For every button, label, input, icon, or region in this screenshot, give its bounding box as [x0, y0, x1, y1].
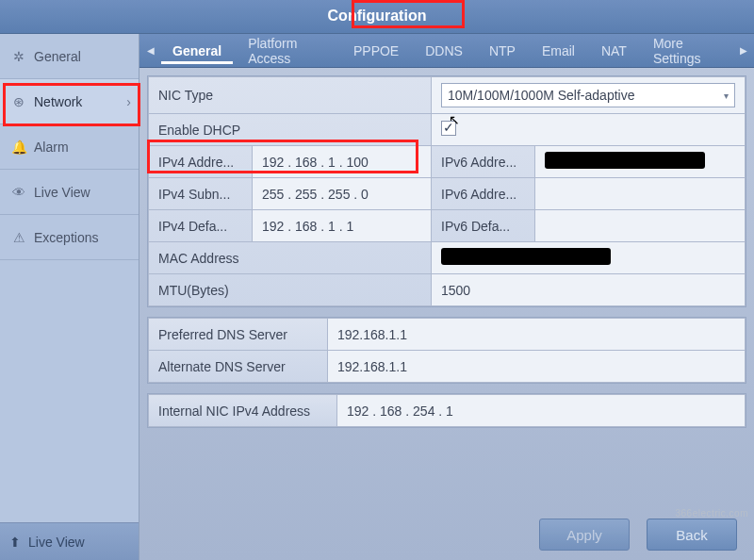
sidebar-item-liveview[interactable]: 👁 Live View — [0, 170, 139, 215]
tab-platform-access[interactable]: Platform Access — [237, 30, 338, 72]
gear-icon: ✲ — [11, 49, 26, 64]
tab-general[interactable]: General — [161, 38, 233, 64]
ipv4-subnet-value[interactable]: 255 . 255 . 255 . 0 — [253, 178, 432, 210]
ipv6-default-value[interactable] — [535, 210, 746, 242]
arrow-up-icon: ⬆ — [9, 535, 21, 550]
watermark: 366electric.com — [675, 508, 748, 519]
eye-icon: 👁 — [11, 185, 26, 200]
panel-internal-nic: Internal NIC IPv4 Address 192 . 168 . 25… — [147, 393, 746, 428]
sidebar-item-exceptions[interactable]: ⚠ Exceptions — [0, 215, 139, 260]
sidebar-bottom-label: Live View — [28, 535, 85, 550]
tab-nat[interactable]: NAT — [590, 38, 638, 64]
tab-ntp[interactable]: NTP — [478, 38, 527, 64]
sidebar-item-label: General — [34, 49, 81, 64]
mtu-label: MTU(Bytes) — [149, 274, 432, 306]
ipv4-address-label: IPv4 Addre... — [149, 146, 253, 178]
nic-type-value: 10M/100M/1000M Self-adaptive — [448, 88, 634, 103]
sidebar-item-general[interactable]: ✲ General — [0, 34, 139, 79]
sidebar: ✲ General ⊛ Network › 🔔 Alarm 👁 Live Vie… — [0, 34, 139, 560]
cursor-icon: ↖ — [449, 112, 460, 127]
redacted-bar — [441, 248, 611, 265]
ipv6-address2-label: IPv6 Addre... — [432, 178, 535, 210]
alternate-dns-value[interactable]: 192.168.1.1 — [328, 351, 746, 383]
enable-dhcp-label: Enable DHCP — [149, 114, 432, 146]
redacted-bar — [545, 152, 705, 169]
sidebar-item-label: Live View — [34, 185, 90, 200]
tabs-scroll-left[interactable]: ◀ — [143, 34, 157, 68]
sidebar-item-label: Network — [34, 94, 82, 109]
preferred-dns-label: Preferred DNS Server — [149, 319, 328, 351]
preferred-dns-value[interactable]: 192.168.1.1 — [328, 319, 746, 351]
panel-dns: Preferred DNS Server 192.168.1.1 Alterna… — [147, 317, 746, 384]
mac-address-value — [432, 242, 746, 274]
tabstrip: ◀ General Platform Access PPPOE DDNS NTP… — [139, 34, 754, 68]
globe-icon: ⊛ — [11, 94, 26, 109]
tab-email[interactable]: Email — [531, 38, 586, 64]
ipv4-subnet-label: IPv4 Subn... — [149, 178, 253, 210]
tab-more-settings[interactable]: More Settings — [642, 30, 732, 72]
ipv4-default-label: IPv4 Defa... — [149, 210, 253, 242]
sidebar-item-label: Alarm — [34, 140, 69, 155]
internal-nic-label: Internal NIC IPv4 Address — [149, 395, 337, 427]
alternate-dns-label: Alternate DNS Server — [149, 351, 328, 383]
ipv4-address-value[interactable]: 192 . 168 . 1 . 100 — [253, 146, 432, 178]
internal-nic-value[interactable]: 192 . 168 . 254 . 1 — [337, 395, 746, 427]
nic-type-label: NIC Type — [149, 77, 432, 114]
ipv6-address-label: IPv6 Addre... — [432, 146, 535, 178]
back-button[interactable]: Back — [647, 519, 737, 551]
ipv6-default-label: IPv6 Defa... — [432, 210, 535, 242]
mac-address-label: MAC Address — [149, 242, 432, 274]
content: ◀ General Platform Access PPPOE DDNS NTP… — [139, 34, 754, 560]
tab-ddns[interactable]: DDNS — [414, 38, 474, 64]
warn-icon: ⚠ — [11, 230, 26, 245]
sidebar-item-alarm[interactable]: 🔔 Alarm — [0, 124, 139, 170]
apply-button[interactable]: Apply — [539, 519, 630, 551]
tabs-scroll-right[interactable]: ▶ — [736, 34, 750, 68]
ipv6-address2-value[interactable] — [535, 178, 746, 210]
sidebar-bottom-liveview[interactable]: ⬆ Live View — [0, 522, 139, 560]
bell-icon: 🔔 — [11, 140, 26, 155]
panel-network-basic: NIC Type 10M/100M/1000M Self-adaptive En… — [147, 75, 746, 307]
ipv4-default-value[interactable]: 192 . 168 . 1 . 1 — [253, 210, 432, 242]
nic-type-select[interactable]: 10M/100M/1000M Self-adaptive — [441, 83, 735, 107]
chevron-right-icon: › — [126, 94, 131, 109]
sidebar-item-network[interactable]: ⊛ Network › — [0, 79, 139, 124]
sidebar-item-label: Exceptions — [34, 230, 98, 245]
mtu-value[interactable]: 1500 — [432, 274, 746, 306]
ipv6-address-value[interactable] — [535, 146, 746, 178]
tab-pppoe[interactable]: PPPOE — [342, 38, 410, 64]
page-title: Configuration — [319, 6, 436, 26]
